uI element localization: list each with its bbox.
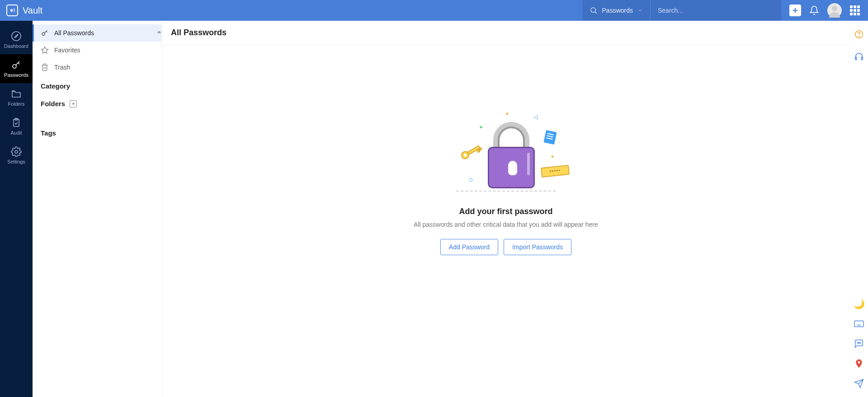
star-icon (41, 46, 49, 54)
password-strip-illustration: ***** (541, 165, 570, 177)
chevron-down-icon (637, 8, 643, 13)
search-category-label: Passwords (602, 7, 633, 14)
empty-state: ***** ✦ ✦ ◁ ✦ ◇ Add your first password … (162, 45, 850, 397)
svg-point-29 (858, 361, 860, 364)
help-icon (854, 30, 863, 39)
vault-logo-icon: ✶! (6, 5, 18, 16)
nav-label: Folders (8, 101, 25, 107)
key-illustration-icon (458, 140, 484, 163)
nav-label: Settings (7, 159, 25, 164)
sidebar-item-favorites[interactable]: Favorites (33, 42, 161, 59)
main-content: All Passwords ***** ✦ ✦ ◁ ✦ ◇ Add your f… (162, 21, 850, 397)
svg-point-0 (591, 8, 596, 13)
page-title: All Passwords (171, 28, 841, 37)
folder-icon (11, 89, 22, 99)
right-rail: 🌙 (850, 21, 868, 397)
compass-icon (11, 31, 22, 42)
sidebar-head-folders[interactable]: Folders + (33, 93, 161, 111)
svg-marker-6 (14, 34, 18, 38)
sidebar-item-label: Trash (54, 64, 70, 71)
keyboard-icon (854, 320, 864, 327)
sidebar-item-label: Favorites (54, 47, 80, 54)
support-button[interactable] (854, 51, 864, 62)
empty-illustration: ***** ✦ ✦ ◁ ✦ ◇ (447, 104, 565, 194)
headset-icon (854, 52, 864, 62)
svg-point-27 (859, 342, 859, 343)
key-icon (41, 29, 49, 37)
left-nav: Dashboard Passwords Folders Audit Settin… (0, 21, 33, 397)
svg-line-1 (595, 12, 596, 13)
send-button[interactable] (854, 378, 864, 389)
nav-settings[interactable]: Settings (0, 141, 33, 170)
svg-rect-20 (854, 321, 863, 327)
top-actions (781, 3, 868, 18)
apps-grid-icon[interactable] (850, 5, 860, 15)
empty-title: Add your first password (459, 207, 552, 216)
sidebar-item-all-passwords[interactable]: All Passwords (33, 24, 161, 42)
search-icon (590, 6, 598, 14)
theme-toggle[interactable]: 🌙 (854, 299, 864, 309)
sidebar-item-trash[interactable]: Trash (33, 59, 161, 76)
gear-icon (11, 146, 22, 157)
add-password-button[interactable]: Add Password (440, 239, 498, 255)
sidebar-collapse-handle[interactable]: ◂▸ (156, 27, 162, 36)
svg-point-11 (42, 33, 45, 35)
brand[interactable]: ✶! Vault (0, 5, 49, 16)
empty-subtitle: All passwords and other critical data th… (414, 221, 598, 228)
chat-button[interactable] (854, 338, 864, 349)
svg-point-4 (832, 6, 837, 11)
svg-point-19 (859, 36, 859, 37)
sidebar-item-label: All Passwords (54, 29, 94, 37)
add-folder-button[interactable]: + (70, 100, 77, 107)
search-category-dropdown[interactable]: Passwords (582, 6, 650, 14)
nav-label: Dashboard (4, 43, 28, 49)
page-header: All Passwords (162, 21, 850, 45)
svg-marker-12 (42, 47, 48, 53)
keyboard-shortcuts-button[interactable] (854, 318, 864, 329)
map-pin-icon (854, 359, 864, 369)
svg-point-10 (15, 150, 18, 153)
help-button[interactable] (854, 29, 864, 40)
search-input[interactable] (650, 0, 781, 21)
nav-dashboard[interactable]: Dashboard (0, 25, 33, 54)
add-button[interactable] (789, 5, 801, 16)
location-button[interactable] (854, 358, 864, 369)
trash-icon (41, 63, 49, 71)
topbar: ✶! Vault Passwords (0, 0, 868, 21)
clipboard-check-icon (11, 117, 22, 128)
svg-point-28 (860, 342, 861, 343)
nav-label: Passwords (4, 72, 28, 78)
plus-icon (791, 6, 799, 14)
avatar[interactable] (827, 3, 842, 18)
nav-audit[interactable]: Audit (0, 112, 33, 141)
key-icon (11, 60, 22, 70)
search-bar: Passwords (582, 0, 781, 21)
sidebar: ◂▸ All Passwords Favorites Trash Categor… (33, 21, 162, 397)
paper-plane-icon (854, 378, 864, 388)
empty-actions: Add Password Import Passwords (440, 239, 571, 255)
svg-point-26 (857, 342, 858, 343)
user-icon (827, 3, 842, 18)
import-passwords-button[interactable]: Import Passwords (504, 239, 571, 255)
svg-rect-17 (479, 148, 481, 150)
nav-passwords[interactable]: Passwords (0, 54, 33, 83)
svg-point-5 (12, 32, 21, 41)
nav-label: Audit (10, 130, 22, 135)
chat-icon (854, 339, 864, 349)
nav-folders[interactable]: Folders (0, 83, 33, 112)
sidebar-head-tags[interactable]: Tags (33, 123, 161, 140)
sidebar-head-category[interactable]: Category (33, 76, 161, 93)
brand-name: Vault (23, 5, 42, 16)
svg-point-7 (13, 65, 16, 68)
note-illustration-icon (543, 130, 557, 145)
notifications-icon[interactable] (809, 5, 819, 15)
